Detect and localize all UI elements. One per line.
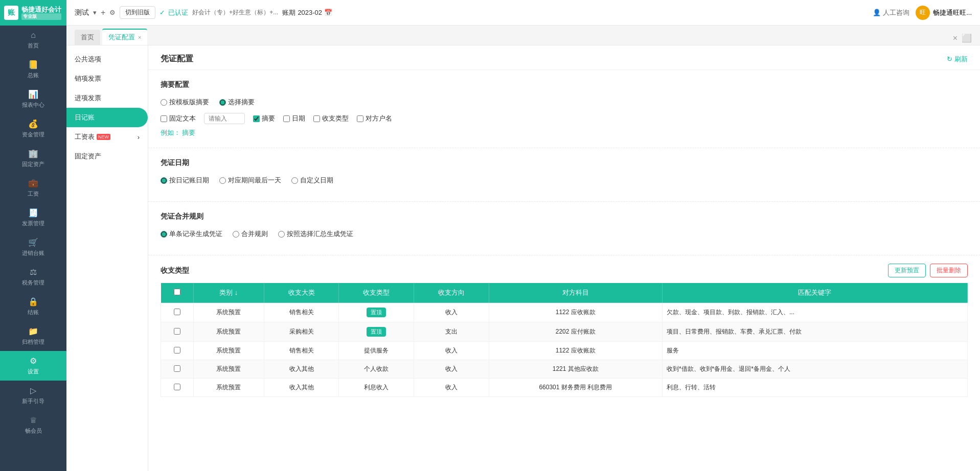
- inner-sidebar-item-journal[interactable]: 日记账: [66, 108, 148, 127]
- table-header: 类别 ↓ 收支大类 收支类型 收支方向 对方科目 匹配关键字: [161, 283, 968, 303]
- workspace-dropdown[interactable]: ▾: [93, 9, 97, 16]
- add-button[interactable]: +: [101, 8, 105, 17]
- sidebar-item-funds[interactable]: 💰 资金管理: [0, 114, 66, 144]
- inner-sidebar-item-purchase-invoice[interactable]: 进项发票: [66, 88, 148, 108]
- row-sub-type-3: 个人收款: [339, 360, 414, 379]
- counterpart-checkbox[interactable]: 对方户名: [357, 114, 392, 123]
- summary-radio-select[interactable]: 选择摘要: [219, 98, 255, 107]
- tabbar: 首页 凭证配置 × × ⬜: [66, 26, 980, 45]
- page-title: 凭证配置: [161, 54, 193, 64]
- sidebar-item-guide[interactable]: ▷ 新手引导: [0, 381, 66, 410]
- row-checkbox-4[interactable]: [161, 379, 194, 397]
- help-icon: 👤: [873, 9, 881, 16]
- col-sub-type: 收支类型: [339, 283, 414, 303]
- row-category-2: 系统预置: [193, 342, 264, 360]
- pin-tag[interactable]: 置顶: [367, 308, 386, 317]
- row-checkbox-1[interactable]: [161, 322, 194, 342]
- type-checkbox[interactable]: 收支类型: [313, 114, 349, 123]
- sidebar-item-home[interactable]: ⌂ 首页: [0, 26, 66, 55]
- member-icon: ♕: [30, 415, 37, 425]
- row-direction-0: 收入: [414, 303, 489, 322]
- row-keywords-1: 项目、日常费用、报销款、车费、承兑汇票、付款: [662, 322, 967, 342]
- row-sub-type-1: 置顶: [339, 322, 414, 342]
- sidebar-item-purchase[interactable]: 🛒 进销台账: [0, 232, 66, 262]
- period-value: 2023-02: [298, 9, 322, 16]
- window-close-button[interactable]: ×: [953, 33, 958, 43]
- row-direction-4: 收入: [414, 379, 489, 397]
- table-header-row: 收支类型 更新预置 批量删除: [161, 264, 968, 277]
- window-maximize-button[interactable]: ⬜: [962, 33, 972, 43]
- date-radio-custom[interactable]: 自定义日期: [291, 176, 333, 185]
- inner-sidebar-item-fixed-assets[interactable]: 固定资产: [66, 147, 148, 166]
- sidebar-item-tax[interactable]: ⚖ 税务管理: [0, 262, 66, 292]
- tab-close-icon[interactable]: ×: [138, 34, 141, 40]
- sidebar-item-salary[interactable]: 💼 工资: [0, 173, 66, 203]
- topbar-settings-icon[interactable]: ⚙: [109, 9, 116, 16]
- sidebar-item-assets[interactable]: 🏢 固定资产: [0, 144, 66, 173]
- inner-sidebar-item-public[interactable]: 公共选项: [66, 50, 148, 69]
- tax-icon: ⚖: [30, 267, 37, 277]
- sidebar-item-invoices[interactable]: 🧾 发票管理: [0, 203, 66, 232]
- summary-radio-template[interactable]: 按模板版摘要: [161, 98, 209, 107]
- income-expense-table: 类别 ↓ 收支大类 收支类型 收支方向 对方科目 匹配关键字 系统预置 销售相关: [161, 282, 968, 397]
- calendar-icon[interactable]: 📅: [324, 9, 332, 16]
- tab-voucher-config-label: 凭证配置: [108, 33, 135, 42]
- new-badge: NEW: [97, 134, 110, 140]
- funds-icon: 💰: [28, 119, 38, 129]
- sidebar-item-settings[interactable]: ⚙ 设置: [0, 351, 66, 381]
- merge-radio-single[interactable]: 单条记录生成凭证: [161, 229, 222, 239]
- topbar: 测试 ▾ + ⚙ 切到旧版 ✓ 已认证 好会计（专）+好生意（标）+... 账期…: [66, 0, 980, 26]
- fixed-text-input[interactable]: [204, 113, 245, 124]
- settings-icon: ⚙: [30, 356, 37, 366]
- row-keywords-3: 收到*借款、收到*备用金、退回*备用金、个人: [662, 360, 967, 379]
- refresh-button[interactable]: ↻ 刷新: [947, 55, 968, 64]
- merge-radio-summary[interactable]: 按照选择汇总生成凭证: [278, 229, 353, 239]
- pin-tag[interactable]: 置顶: [367, 327, 386, 337]
- username: 畅捷通旺旺...: [933, 8, 972, 17]
- row-main-type-2: 销售相关: [264, 342, 339, 360]
- app-logo: 账 畅捷通好会计 专业版: [0, 0, 66, 26]
- row-checkbox-3[interactable]: [161, 360, 194, 379]
- fixed-text-checkbox[interactable]: 固定文本: [161, 114, 196, 123]
- row-checkbox-0[interactable]: [161, 303, 194, 322]
- help-button[interactable]: 👤 人工咨询: [873, 8, 909, 17]
- table-row: 系统预置 销售相关 提供服务 收入 1122 应收账款 服务: [161, 342, 968, 360]
- date-radio-journal[interactable]: 按日记账日期: [161, 176, 209, 185]
- sidebar-item-member[interactable]: ♕ 畅会员: [0, 410, 66, 440]
- select-all-checkbox[interactable]: [174, 289, 180, 295]
- batch-delete-button[interactable]: 批量删除: [930, 264, 968, 277]
- tab-home[interactable]: 首页: [75, 30, 100, 45]
- sidebar-item-archive[interactable]: 📁 归档管理: [0, 321, 66, 351]
- inner-sidebar-item-sales-invoice[interactable]: 销项发票: [66, 69, 148, 88]
- merge-radio-merge[interactable]: 合并规则: [233, 229, 268, 239]
- sidebar-item-close[interactable]: 🔒 结账: [0, 292, 66, 321]
- tab-home-label: 首页: [81, 33, 94, 42]
- ledger-icon: 📒: [28, 60, 38, 69]
- row-checkbox-2[interactable]: [161, 342, 194, 360]
- user-menu[interactable]: 旺 畅捷通旺旺...: [916, 6, 972, 20]
- sidebar-item-reports[interactable]: 📊 报表中心: [0, 84, 66, 114]
- row-category-3: 系统预置: [193, 360, 264, 379]
- period-info: 账期 2023-02 📅: [282, 8, 332, 17]
- tab-voucher-config[interactable]: 凭证配置 ×: [102, 29, 147, 45]
- invoices-icon: 🧾: [28, 208, 38, 218]
- date-checkbox[interactable]: 日期: [283, 114, 305, 123]
- summary-radio-group: 按模板版摘要 选择摘要: [161, 98, 968, 107]
- voucher-date-section: 凭证日期 按日记账日期 对应期间最后一天 自定义日期: [148, 148, 980, 202]
- old-version-button[interactable]: 切到旧版: [120, 6, 155, 19]
- summary-checkbox[interactable]: 摘要: [253, 114, 275, 123]
- table-row: 系统预置 采购相关 置顶 支出 2202 应付账款 项目、日常费用、报销款、车费…: [161, 322, 968, 342]
- update-preset-button[interactable]: 更新预置: [888, 264, 926, 277]
- row-keywords-2: 服务: [662, 342, 967, 360]
- sidebar-item-ledger[interactable]: 📒 总账: [0, 55, 66, 84]
- row-sub-type-2: 提供服务: [339, 342, 414, 360]
- row-account-2: 1122 应收账款: [489, 342, 662, 360]
- main-content: 测试 ▾ + ⚙ 切到旧版 ✓ 已认证 好会计（专）+好生意（标）+... 账期…: [66, 0, 980, 471]
- row-main-type-4: 收入其他: [264, 379, 339, 397]
- voucher-merge-radio-group: 单条记录生成凭证 合并规则 按照选择汇总生成凭证: [161, 229, 968, 239]
- salary-icon: 💼: [28, 178, 38, 188]
- col-main-type: 收支大类: [264, 283, 339, 303]
- date-radio-period-last[interactable]: 对应期间最后一天: [219, 176, 281, 185]
- inner-sidebar-item-salary-table[interactable]: 工资表 NEW ›: [66, 127, 148, 147]
- refresh-icon: ↻: [947, 55, 952, 63]
